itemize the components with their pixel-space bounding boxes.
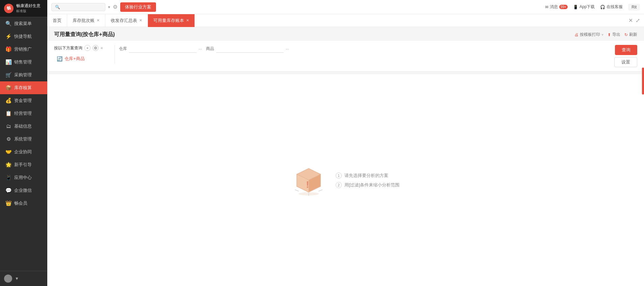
sidebar-item-operations[interactable]: 📋 经营管理	[0, 107, 47, 120]
empty-state: ! 1 请先选择要分析的方案 2 用[过滤]条件来缩小分析范围	[47, 74, 644, 286]
tip-item-2: 2 用[过滤]条件来缩小分析范围	[336, 182, 400, 188]
filter-input-warehouse[interactable]	[129, 45, 197, 53]
print-chevron-icon: ▾	[601, 32, 603, 37]
marketing_promo-icon: 🎁	[5, 46, 11, 52]
app-name: 畅康通好生意	[16, 3, 41, 9]
export-btn[interactable]: ⬆ 导出	[608, 32, 620, 37]
search-icon: 🔍	[5, 21, 11, 27]
search-input[interactable]	[61, 5, 102, 9]
sidebar-footer[interactable]: ▼	[0, 271, 47, 286]
sidebar-label-operations: 经营管理	[14, 110, 32, 116]
filter-label-warehouse: 仓库	[119, 46, 127, 52]
sidebar-nav: 🔍 搜索菜单 ⚡ 快捷导航 🎁 营销推广 📊 销售管理 🛒 采购管理 📦 库存核…	[0, 17, 47, 271]
refresh-icon: ↻	[624, 32, 628, 37]
newbie-icon: 🌟	[5, 162, 11, 168]
headset-icon: 🎧	[600, 5, 605, 9]
empty-tips: 1 请先选择要分析的方案 2 用[过滤]条件来缩小分析范围	[336, 173, 400, 188]
sidebar-item-base_info[interactable]: 🗂 基础信息	[0, 120, 47, 133]
collapse-icon[interactable]: «	[101, 46, 103, 50]
sidebar-item-member[interactable]: 👑 畅会员	[0, 197, 47, 210]
close-tab-btn[interactable]: ✕	[628, 17, 633, 24]
column-settings-btn[interactable]: 设置	[614, 57, 637, 67]
sidebar-item-purchase[interactable]: 🛒 采购管理	[0, 69, 47, 81]
tabs-container: 首页库存批次账✕收发存汇总表✕可用量库存账本✕	[47, 14, 624, 27]
topbar-search-box[interactable]: 🔍	[51, 3, 105, 11]
sales-icon: 📊	[5, 59, 11, 65]
wechat-icon: 💬	[5, 187, 11, 193]
sidebar-item-enterprise[interactable]: 🤝 企业协同	[0, 146, 47, 158]
app-version: 标准版	[16, 9, 41, 14]
tab-available_ledger[interactable]: 可用量库存账本✕	[148, 14, 195, 27]
scheme-header: 按以下方案查询 + ⚙ «	[54, 45, 110, 51]
base_info-icon: 🗂	[5, 123, 11, 129]
svg-line-7	[319, 190, 322, 191]
tab-close-batch_account[interactable]: ✕	[97, 18, 100, 23]
tip-item-1: 1 请先选择要分析的方案	[336, 173, 400, 179]
sidebar-label-marketing_promo: 营销推广	[14, 46, 32, 52]
user-info-btn[interactable]: Rit	[628, 4, 640, 10]
sidebar-label-purchase: 采购管理	[14, 72, 32, 78]
sidebar-label-inventory: 库存核算	[14, 85, 32, 91]
filter-more-warehouse[interactable]: ···	[199, 47, 202, 51]
app_center-icon: 📱	[5, 175, 11, 181]
expand-btn[interactable]: ⤢	[636, 17, 640, 24]
sidebar-item-newbie[interactable]: 🌟 新手引导	[0, 158, 47, 171]
message-btn[interactable]: ✉ 消息 99+	[545, 4, 568, 10]
right-scrollbar[interactable]	[642, 68, 644, 95]
sidebar-label-base_info: 基础信息	[14, 123, 32, 129]
sidebar-header: 畅 畅康通好生意 标准版	[0, 0, 47, 17]
scheme-settings-btn[interactable]: ⚙	[93, 45, 99, 51]
shortcuts-icon: ⚡	[5, 33, 11, 40]
sidebar-item-marketing_promo[interactable]: 🎁 营销推广	[0, 43, 47, 56]
sidebar-label-member: 畅会员	[14, 200, 27, 206]
svg-text:!: !	[306, 179, 309, 190]
filter-fields: 仓库 ··· 商品 ···	[119, 45, 610, 53]
template-print-btn[interactable]: 🖨 按模板打印 ▾	[574, 32, 603, 37]
tab-batch_account[interactable]: 库存批次账✕	[67, 14, 105, 27]
member-icon: 👑	[5, 200, 11, 206]
query-area: 按以下方案查询 + ⚙ « 🔄 仓库+商品 仓库 ··· 商品 ··· 查询 设…	[47, 41, 644, 72]
sidebar-item-shortcuts[interactable]: ⚡ 快捷导航	[0, 30, 47, 43]
sidebar-label-sales: 销售管理	[14, 59, 32, 65]
tab-close-available_ledger[interactable]: ✕	[186, 18, 189, 23]
online-service-btn[interactable]: 🎧 在线客服	[600, 4, 623, 10]
sidebar-label-search: 搜索菜单	[14, 21, 32, 27]
industry-btn[interactable]: 体验行业方案	[120, 2, 156, 12]
page-title: 可用量查询(按仓库+商品)	[54, 31, 115, 38]
tabs-bar: 首页库存批次账✕收发存汇总表✕可用量库存账本✕ ✕ ⤢	[47, 14, 644, 27]
search-chevron-icon[interactable]: ▾	[108, 5, 110, 9]
sidebar-item-finance[interactable]: 💰 资金管理	[0, 94, 47, 107]
add-scheme-btn[interactable]: +	[84, 45, 91, 51]
finance-icon: 💰	[5, 98, 11, 104]
sidebar-item-sales[interactable]: 📊 销售管理	[0, 56, 47, 69]
filter-input-goods[interactable]	[216, 45, 284, 53]
svg-line-6	[295, 190, 299, 191]
phone-icon: 📱	[573, 5, 578, 9]
sidebar: 畅 畅康通好生意 标准版 🔍 搜索菜单 ⚡ 快捷导航 🎁 营销推广 📊 销售管理…	[0, 0, 47, 286]
tab-label-collect_summary: 收发存汇总表	[111, 18, 137, 24]
tab-collect_summary[interactable]: 收发存汇总表✕	[105, 14, 148, 27]
scheme-icon-warehouse_goods: 🔄	[57, 56, 62, 61]
sidebar-label-newbie: 新手引导	[14, 162, 32, 168]
page-content: 可用量查询(按仓库+商品) 🖨 按模板打印 ▾ ⬆ 导出 ↻ 刷新	[47, 27, 644, 286]
message-badge: 99+	[559, 5, 568, 9]
sidebar-item-wechat[interactable]: 💬 企业微信	[0, 184, 47, 197]
sidebar-label-enterprise: 企业协同	[14, 149, 32, 155]
tab-home[interactable]: 首页	[47, 14, 67, 27]
app-download-btn[interactable]: 📱 App下载	[573, 4, 595, 10]
settings-icon[interactable]: ⚙	[113, 4, 118, 10]
sidebar-item-inventory[interactable]: 📦 库存核算	[0, 81, 47, 94]
topbar-right: ✉ 消息 99+ 📱 App下载 🎧 在线客服 Rit	[545, 4, 640, 10]
sidebar-item-search[interactable]: 🔍 搜索菜单	[0, 17, 47, 30]
sidebar-item-system[interactable]: ⚙ 系统管理	[0, 133, 47, 146]
system-icon: ⚙	[5, 136, 11, 142]
refresh-btn[interactable]: ↻ 刷新	[624, 32, 637, 37]
tab-close-collect_summary[interactable]: ✕	[139, 18, 142, 23]
scheme-label-warehouse_goods: 仓库+商品	[65, 56, 85, 62]
scheme-item-warehouse_goods[interactable]: 🔄 仓库+商品	[54, 54, 110, 64]
filter-more-goods[interactable]: ···	[286, 47, 289, 51]
sidebar-label-wechat: 企业微信	[14, 187, 32, 193]
sidebar-item-app_center[interactable]: 📱 应用中心	[0, 171, 47, 184]
query-btn[interactable]: 查询	[615, 45, 637, 55]
tab-label-batch_account: 库存批次账	[73, 18, 95, 24]
